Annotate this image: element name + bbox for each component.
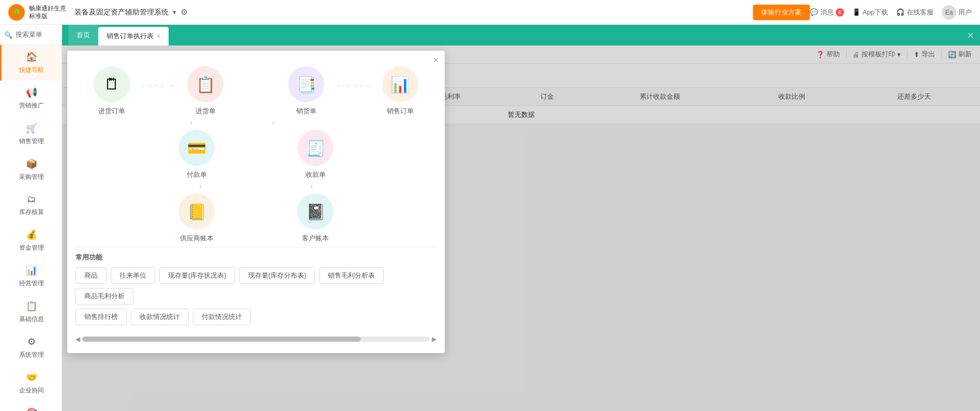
purchase-order-icon: 🗒	[104, 75, 119, 93]
purchase-bill-label: 进货单	[195, 106, 216, 116]
func-buttons-row1: 商品 往来单位 现存量(库存状况表) 现存量(库存分布表) 销售毛利分析表 商品…	[76, 267, 436, 305]
tab-home[interactable]: 首页	[68, 25, 98, 45]
sidebar-item-enterprise[interactable]: 🤝 企业协同	[0, 366, 62, 401]
func-btn-product[interactable]: 商品	[76, 267, 107, 284]
sidebar-item-system[interactable]: ⚙ 系统管理	[0, 330, 62, 366]
inventory-icon: 🗂	[27, 194, 36, 205]
guide-icon: 🎯	[26, 407, 37, 411]
logo-area: 🍀 畅康通好生意 标准版	[8, 4, 70, 21]
purchase-bill-circle: 📋	[187, 66, 223, 102]
main-content: 首页 销售订单执行表 × ✕ ❓ 帮助 🖨 按模板打印 ▾ ⬆ 导出	[62, 25, 980, 411]
sidebar-item-label: 快捷导航	[19, 66, 44, 74]
system-title-area: 装备及固定资产辅助管理系统 ▾ ⚙	[74, 7, 753, 17]
purchase-bill-icon: 📋	[196, 75, 215, 94]
customer-account-circle: 📓	[297, 193, 334, 230]
top-header: 🍀 畅康通好生意 标准版 装备及固定资产辅助管理系统 ▾ ⚙ 体验行业方案 💬 …	[0, 0, 980, 25]
scroll-track[interactable]	[82, 337, 430, 342]
flow-node-customer-account[interactable]: 📓 客户账本	[297, 193, 334, 243]
func-btn-stock-dist[interactable]: 现存量(库存分布表)	[239, 267, 315, 284]
sales-order-label: 销售订单	[387, 106, 414, 116]
sidebar-item-finance[interactable]: 💰 资金管理	[0, 223, 62, 258]
payment-label: 付款单	[187, 170, 207, 179]
func-btn-partner[interactable]: 往来单位	[111, 267, 155, 284]
message-icon: 💬	[810, 8, 818, 16]
sidebar-item-label: 营销推广	[19, 101, 44, 110]
sidebar-item-inventory[interactable]: 🗂 库存核算	[0, 188, 62, 223]
flow-node-purchase-bill[interactable]: 📋 进货单	[187, 66, 223, 116]
purchase-icon: 📦	[26, 158, 37, 170]
user-area[interactable]: Ea 用户	[942, 5, 972, 20]
system-dropdown-btn[interactable]: ▾	[173, 8, 176, 16]
arrow-down-purchase-bill: ↓	[189, 118, 193, 126]
flow-node-sales-bill[interactable]: 📑 销货单	[288, 66, 324, 116]
enterprise-icon: 🤝	[26, 372, 37, 383]
dialog-overlay: × 🗒 进货订单 - - - - →	[62, 45, 980, 411]
func-btn-stock-status[interactable]: 现存量(库存状况表)	[159, 267, 235, 284]
message-badge: 6	[836, 8, 844, 17]
func-btn-product-gross[interactable]: 商品毛利分析	[76, 288, 133, 305]
payment-circle: 💳	[178, 130, 215, 166]
arrow-down-receipt: ↓	[310, 181, 313, 189]
trial-btn[interactable]: 体验行业方案	[753, 5, 810, 20]
flow-node-purchase-order[interactable]: 🗒 进货订单	[94, 66, 130, 116]
app-download-icon: 📱	[852, 8, 861, 16]
tab-close-btn[interactable]: ×	[157, 33, 160, 40]
system-icon: ⚙	[27, 336, 36, 347]
supplier-account-label: 供应商账本	[180, 234, 214, 243]
flow-node-sales-order[interactable]: 📊 销售订单	[382, 66, 418, 116]
func-btn-payment-stats[interactable]: 付款情况统计	[193, 309, 251, 325]
close-all-tabs-btn[interactable]: ✕	[967, 31, 974, 40]
func-btn-sales-rank[interactable]: 销售排行榜	[76, 309, 127, 325]
flow-node-payment[interactable]: 💳 付款单	[178, 130, 215, 179]
sidebar-item-marketing[interactable]: 📢 营销推广	[0, 81, 62, 116]
sidebar-item-operation[interactable]: 📊 经营管理	[0, 258, 62, 294]
customer-account-icon: 📓	[306, 203, 325, 221]
sales-order-icon: 📊	[390, 75, 410, 94]
sidebar-item-label: 库存核算	[19, 208, 44, 217]
app-download-btn[interactable]: 📱 App下载	[852, 8, 888, 17]
logo-text: 畅康通好生意 标准版	[29, 5, 66, 20]
supplier-account-icon: 📒	[187, 203, 206, 221]
sidebar-item-basic-info[interactable]: 📋 基础信息	[0, 294, 62, 330]
sidebar-item-sales[interactable]: 🛒 销售管理	[0, 116, 62, 152]
sales-bill-circle: 📑	[288, 66, 324, 102]
flow-node-receipt[interactable]: 🧾 收款单	[297, 130, 334, 179]
sidebar-item-label: 采购管理	[19, 173, 44, 181]
receipt-label: 收款单	[306, 170, 326, 179]
message-btn[interactable]: 💬 消息 6	[810, 8, 844, 17]
system-title-text: 装备及固定资产辅助管理系统	[74, 8, 169, 17]
receipt-circle: 🧾	[297, 130, 334, 166]
search-icon: 🔍	[4, 31, 12, 39]
sidebar-item-label: 基础信息	[19, 315, 44, 324]
sidebar-item-guide[interactable]: 🎯 新手引导	[0, 401, 62, 411]
search-menu-btn[interactable]: 🔍 搜索菜单	[0, 25, 62, 45]
sales-icon: 🛒	[26, 123, 37, 134]
settings-btn[interactable]: ⚙	[180, 7, 188, 17]
basic-info-icon: 📋	[26, 300, 37, 312]
marketing-icon: 📢	[26, 87, 37, 98]
supplier-account-circle: 📒	[178, 193, 215, 230]
sales-order-circle: 📊	[382, 66, 418, 102]
purchase-order-label: 进货订单	[98, 106, 125, 116]
sidebar-item-purchase[interactable]: 📦 采购管理	[0, 152, 62, 188]
func-btn-sales-gross[interactable]: 销售毛利分析表	[319, 267, 384, 284]
avatar: Ea	[942, 5, 956, 20]
online-service-btn[interactable]: 🎧 在线客服	[896, 8, 933, 17]
tab-sales-order-exec[interactable]: 销售订单执行表 ×	[98, 27, 169, 45]
scroll-thumb	[82, 337, 360, 342]
arrow-down-sales-bill: ↓	[272, 118, 275, 126]
home-icon: 🏠	[26, 51, 37, 63]
func-btn-receipt-stats[interactable]: 收款情况统计	[131, 309, 189, 325]
arrow-purchase-order-to-bill: - - - - →	[142, 82, 176, 90]
scroll-left-btn[interactable]: ◀	[76, 336, 80, 343]
sidebar-item-label: 经营管理	[19, 279, 44, 288]
sidebar-item-label: 企业协同	[19, 386, 44, 395]
arrow-sales-order-to-bill: ← - - - -	[336, 82, 370, 90]
finance-icon: 💰	[26, 229, 37, 240]
quick-nav-dialog: × 🗒 进货订单 - - - - →	[67, 51, 445, 353]
common-functions-section: 常用功能 商品 往来单位 现存量(库存状况表) 现存量(库存分布表) 销售毛利分…	[67, 243, 445, 333]
dialog-scroll-area: ◀ ▶	[67, 333, 445, 345]
flow-node-supplier-account[interactable]: 📒 供应商账本	[178, 193, 215, 243]
sidebar-item-quick-nav[interactable]: 🏠 快捷导航	[0, 45, 62, 81]
scroll-right-btn[interactable]: ▶	[432, 336, 436, 343]
